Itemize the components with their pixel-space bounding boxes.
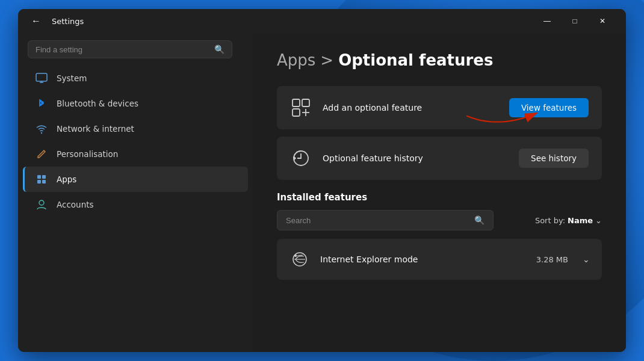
sort-label: Sort by: (535, 216, 565, 225)
main-layout: 🔍 System (18, 33, 626, 352)
svg-point-8 (39, 200, 44, 205)
add-feature-card: Add an optional feature View features (277, 86, 602, 129)
history-icon (290, 147, 312, 169)
sort-value: Name (568, 216, 593, 225)
svg-rect-4 (37, 175, 41, 179)
svg-rect-9 (293, 99, 300, 106)
svg-rect-5 (42, 175, 46, 179)
monitor-icon (35, 72, 48, 85)
add-feature-text: Add an optional feature (323, 103, 498, 113)
account-icon (35, 198, 48, 211)
breadcrumb-separator: > (320, 51, 333, 69)
pencil-icon (35, 147, 48, 161)
svg-marker-16 (294, 156, 296, 161)
svg-rect-10 (302, 99, 309, 106)
close-button[interactable]: ✕ (589, 11, 616, 31)
content-area: Apps > Optional features Add an opti (253, 33, 626, 352)
history-text: Optional feature history (323, 153, 508, 163)
see-history-button[interactable]: See history (519, 149, 589, 168)
feature-history-card: Optional feature history See history (277, 137, 602, 180)
window-title: Settings (52, 17, 533, 26)
window-controls: — □ ✕ (533, 11, 616, 31)
page-header: Apps > Optional features (277, 51, 602, 69)
installed-search-input[interactable] (286, 216, 474, 225)
svg-rect-11 (293, 109, 300, 116)
ie-mode-icon (289, 248, 311, 270)
ie-mode-name: Internet Explorer mode (320, 255, 527, 264)
nav-list: System Bluetooth & devices (18, 66, 253, 345)
sidebar-item-accounts[interactable]: Accounts (23, 192, 248, 217)
installed-section-title: Installed features (277, 192, 602, 203)
sort-chevron-icon: ⌄ (595, 216, 602, 225)
sidebar-item-apps[interactable]: Apps (23, 167, 248, 192)
wifi-icon (35, 122, 48, 135)
sidebar-item-system[interactable]: System (23, 66, 248, 91)
installed-search-icon: 🔍 (474, 215, 485, 225)
minimize-button[interactable]: — (533, 11, 561, 31)
view-features-button[interactable]: View features (509, 98, 589, 117)
svg-point-3 (41, 132, 42, 134)
sidebar-item-accounts-label: Accounts (57, 200, 94, 209)
svg-rect-0 (36, 73, 47, 81)
bluetooth-icon (35, 97, 48, 110)
sidebar-item-personalisation-label: Personalisation (57, 149, 118, 159)
ie-mode-expand-button[interactable]: ⌄ (583, 255, 590, 264)
sidebar-item-network[interactable]: Network & internet (23, 116, 248, 141)
breadcrumb: Apps > Optional features (277, 51, 602, 69)
sidebar-search-box[interactable]: 🔍 (28, 40, 232, 58)
titlebar: ← Settings — □ ✕ (18, 9, 626, 33)
svg-rect-7 (42, 180, 46, 184)
sidebar-item-bluetooth[interactable]: Bluetooth & devices (23, 91, 248, 116)
svg-rect-6 (37, 180, 41, 184)
sidebar-search-icon: 🔍 (214, 45, 224, 54)
sidebar-item-personalisation[interactable]: Personalisation (23, 141, 248, 167)
sidebar-item-network-label: Network & internet (57, 124, 134, 134)
filter-row: 🔍 Sort by: Name ⌄ (277, 210, 602, 230)
back-button[interactable]: ← (28, 13, 45, 29)
sidebar-item-apps-label: Apps (57, 174, 76, 184)
sidebar-item-bluetooth-label: Bluetooth & devices (57, 99, 138, 108)
installed-item-ie-mode: Internet Explorer mode 3.28 MB ⌄ (277, 239, 602, 280)
breadcrumb-parent: Apps (277, 51, 315, 69)
sidebar: 🔍 System (18, 33, 253, 352)
installed-search-box[interactable]: 🔍 (277, 210, 494, 230)
add-feature-icon (290, 97, 312, 119)
sidebar-item-system-label: System (57, 73, 87, 83)
sort-control[interactable]: Sort by: Name ⌄ (535, 216, 602, 225)
maximize-button[interactable]: □ (561, 11, 589, 31)
sidebar-search-input[interactable] (36, 45, 214, 54)
breadcrumb-current: Optional features (338, 51, 493, 69)
sidebar-search-container: 🔍 (18, 40, 253, 58)
apps-icon (35, 173, 48, 186)
ie-mode-size: 3.28 MB (536, 255, 568, 264)
settings-window: ← Settings — □ ✕ 🔍 (18, 9, 626, 352)
